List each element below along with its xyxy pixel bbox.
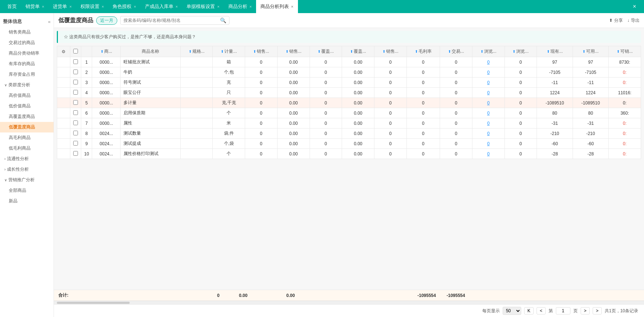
nav-goods-analysis-list[interactable]: 商品分析列表 × xyxy=(256,0,298,13)
row-checkbox-3[interactable] xyxy=(73,90,78,95)
cell-checkbox[interactable] xyxy=(70,78,81,88)
cell-browse1[interactable]: 0 xyxy=(472,118,504,128)
sidebar-item-high-margin[interactable]: 高毛利商品 xyxy=(0,132,54,143)
page-number-input[interactable] xyxy=(556,307,570,314)
nav-close-sales[interactable]: × xyxy=(42,4,44,9)
th-code[interactable]: ⬆商... xyxy=(92,46,121,57)
cell-checkbox[interactable] xyxy=(70,88,81,98)
cell-browse1[interactable]: 0 xyxy=(472,149,504,159)
nav-close-template[interactable]: × xyxy=(217,4,219,9)
th-browse1[interactable]: ⬆浏览... xyxy=(472,46,504,57)
cell-checkbox[interactable] xyxy=(70,108,81,118)
sidebar-section-richness[interactable]: ∨ 类群度分析 xyxy=(0,80,54,90)
row-checkbox-9[interactable] xyxy=(73,151,78,156)
search-input[interactable] xyxy=(123,18,220,23)
nav-production[interactable]: 产成品入库单 × xyxy=(141,0,182,13)
sidebar-item-stock-goods[interactable]: 有库存的商品 xyxy=(0,59,54,69)
nav-roles[interactable]: 角色授权 × xyxy=(108,0,140,13)
sidebar-item-new-goods[interactable]: 新品 xyxy=(0,196,54,206)
cell-browse1[interactable]: 0 xyxy=(472,108,504,118)
sidebar-item-high-value[interactable]: 高价值商品 xyxy=(0,90,54,101)
cell-checkbox[interactable] xyxy=(70,118,81,128)
row-checkbox-2[interactable] xyxy=(73,80,78,84)
th-sellable[interactable]: ⬆可销... xyxy=(609,46,641,57)
th-cover1[interactable]: ⬆覆盖... xyxy=(310,46,342,57)
cell-browse1[interactable]: 0 xyxy=(472,88,504,98)
row-checkbox-8[interactable] xyxy=(73,141,78,146)
table-row: 8 0024... 测试数量 袋,件 0 0.00 0 0.00 0 0 0 0… xyxy=(57,128,641,139)
nav-permissions[interactable]: 权限设置 × xyxy=(76,0,108,13)
nav-template[interactable]: 单据模板设置 × xyxy=(182,0,224,13)
export-button[interactable]: ↓ 导出 xyxy=(627,17,640,24)
th-gross[interactable]: ⬆毛利率 xyxy=(407,46,440,57)
sidebar-item-category-rate[interactable]: 商品分类动销率 xyxy=(0,48,54,59)
sidebar-item-low-coverage[interactable]: 低覆盖度商品 xyxy=(0,122,54,132)
sidebar-section-marketing[interactable]: ∨ 营销推广分析 xyxy=(0,175,54,185)
cell-checkbox[interactable] xyxy=(70,98,81,108)
th-sales-amount[interactable]: ⬆销售... xyxy=(277,46,310,57)
th-cover2[interactable]: ⬆覆盖... xyxy=(342,46,374,57)
row-checkbox-4[interactable] xyxy=(73,100,78,105)
share-button[interactable]: ⬆ 分享 xyxy=(609,17,623,24)
window-close-button[interactable]: × xyxy=(628,0,641,13)
cell-cover1: 0 xyxy=(310,128,342,139)
cell-browse1[interactable]: 0 xyxy=(472,98,504,108)
th-unit[interactable]: ⬆计量... xyxy=(213,46,245,57)
cell-checkbox[interactable] xyxy=(70,57,81,67)
horizontal-scrollbar[interactable] xyxy=(57,302,130,304)
nav-close-goods-analysis[interactable]: × xyxy=(250,4,252,9)
nav-close-roles[interactable]: × xyxy=(134,4,136,9)
th-trade[interactable]: ⬆交易... xyxy=(440,46,472,57)
sidebar-collapse-icon[interactable]: « xyxy=(48,19,51,24)
th-available[interactable]: ⬆可用... xyxy=(573,46,608,57)
cell-browse1[interactable]: 0 xyxy=(472,128,504,139)
nav-home[interactable]: 首页 xyxy=(3,0,21,13)
th-current[interactable]: ⬆现有... xyxy=(537,46,573,57)
nav-close-goods-analysis-list[interactable]: × xyxy=(291,4,293,9)
cell-browse1[interactable]: 0 xyxy=(472,139,504,149)
row-checkbox-0[interactable] xyxy=(73,59,78,64)
select-all-checkbox[interactable] xyxy=(73,49,78,54)
cell-browse1[interactable]: 0 xyxy=(472,57,504,67)
sidebar-section-growth[interactable]: › 成长性分析 xyxy=(0,164,54,175)
th-sales-qty[interactable]: ⬆销售... xyxy=(245,46,278,57)
sidebar-item-traded-goods[interactable]: 交易过的商品 xyxy=(0,37,54,48)
cell-browse1[interactable]: 0 xyxy=(472,78,504,88)
last-page-button[interactable]: > xyxy=(593,307,602,314)
next-page-button[interactable]: > xyxy=(581,307,590,314)
th-settings[interactable]: ⚙ xyxy=(57,46,70,57)
row-checkbox-1[interactable] xyxy=(73,70,78,74)
search-icon[interactable]: 🔍 xyxy=(220,17,226,23)
sidebar-item-stock-capital[interactable]: 库存资金占用 xyxy=(0,69,54,80)
time-filter-button[interactable]: 近一月 xyxy=(96,16,117,25)
th-checkbox[interactable] xyxy=(70,46,81,57)
nav-purchase[interactable]: 进货单 × xyxy=(48,0,76,13)
sidebar-item-high-coverage[interactable]: 高覆盖度商品 xyxy=(0,111,54,122)
th-name[interactable]: 商品名称 xyxy=(121,46,180,57)
prev-page-button[interactable]: < xyxy=(537,307,546,314)
cell-checkbox[interactable] xyxy=(70,67,81,78)
cell-checkbox[interactable] xyxy=(70,139,81,149)
nav-sales[interactable]: 销货单 × xyxy=(21,0,48,13)
nav-close-permissions[interactable]: × xyxy=(102,4,104,9)
cell-checkbox[interactable] xyxy=(70,128,81,139)
cell-sales-qty: 0 xyxy=(245,88,278,98)
sidebar-section-circulation[interactable]: › 流通性分析 xyxy=(0,154,54,164)
sidebar-item-sales-goods[interactable]: 销售类商品 xyxy=(0,27,54,37)
nav-close-production[interactable]: × xyxy=(176,4,178,9)
th-spec[interactable]: ⬆规格... xyxy=(180,46,213,57)
sidebar-item-all-goods[interactable]: 全部商品 xyxy=(0,185,54,196)
cell-browse1[interactable]: 0 xyxy=(472,67,504,78)
sidebar-item-low-margin[interactable]: 低毛利商品 xyxy=(0,143,54,154)
first-page-button[interactable]: K xyxy=(524,307,534,314)
row-checkbox-6[interactable] xyxy=(73,120,78,125)
nav-goods-analysis[interactable]: 商品分析 × xyxy=(224,0,256,13)
th-sales3[interactable]: ⬆销售... xyxy=(374,46,407,57)
per-page-select[interactable]: 50 20 100 xyxy=(503,307,521,315)
row-checkbox-5[interactable] xyxy=(73,110,78,115)
th-browse2[interactable]: ⬆浏览... xyxy=(504,46,537,57)
cell-checkbox[interactable] xyxy=(70,149,81,159)
nav-close-purchase[interactable]: × xyxy=(69,4,71,9)
sidebar-item-low-value[interactable]: 低价值商品 xyxy=(0,101,54,111)
row-checkbox-7[interactable] xyxy=(73,131,78,135)
